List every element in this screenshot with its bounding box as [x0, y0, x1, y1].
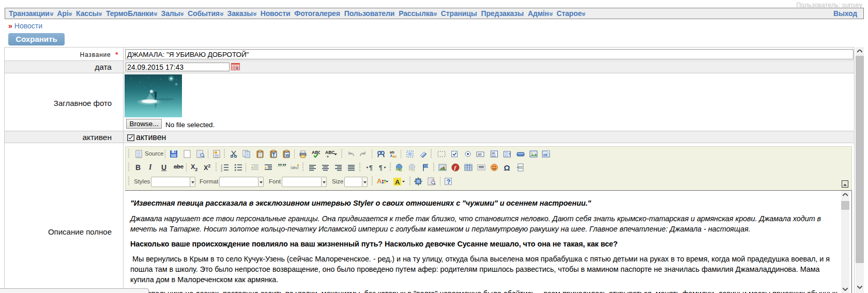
svg-text:ab: ab — [478, 152, 482, 156]
svg-text:3: 3 — [221, 169, 222, 172]
svg-text:?: ? — [447, 178, 450, 186]
svg-text:〈div〉: 〈div〉 — [291, 165, 299, 170]
svg-text:””: ”” — [278, 163, 286, 172]
svg-text:ac: ac — [392, 154, 397, 158]
svg-text:¶: ¶ — [369, 164, 373, 172]
svg-text:ABC: ABC — [312, 150, 320, 155]
svg-text:W: W — [285, 153, 290, 158]
svg-text:ABC: ABC — [325, 150, 334, 155]
svg-text:Ω: Ω — [504, 163, 510, 172]
svg-text:cd: cd — [543, 153, 547, 157]
svg-text:¶: ¶ — [379, 164, 383, 172]
svg-text:A: A — [395, 178, 400, 186]
svg-text:A: A — [377, 177, 382, 185]
svg-text:ab: ab — [492, 151, 495, 155]
